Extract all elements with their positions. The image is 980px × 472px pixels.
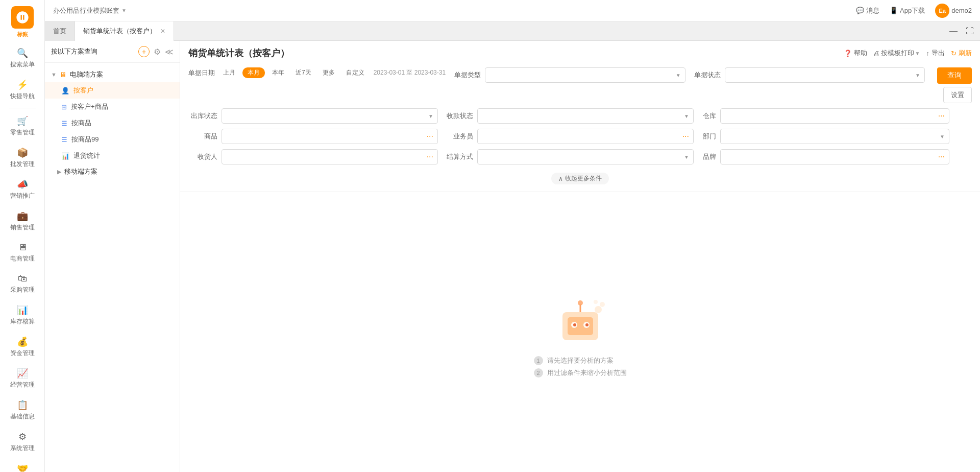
scheme-item-by-goods[interactable]: ☰ 按商品 xyxy=(45,115,180,131)
svg-point-9 xyxy=(600,302,605,307)
operation-icon: 📈 xyxy=(17,368,28,379)
staff-select[interactable]: ··· xyxy=(477,129,694,144)
print-icon: 🖨 xyxy=(873,50,880,57)
refresh-btn[interactable]: ↻ 刷新 xyxy=(951,49,972,58)
help-btn[interactable]: ❓ 帮助 xyxy=(844,49,867,58)
scheme-actions: + ⚙ ≪ xyxy=(138,46,174,57)
user-profile[interactable]: Ea demo2 xyxy=(935,4,972,18)
brand-select[interactable]: ··· xyxy=(720,149,949,164)
scheme-item-by-customer[interactable]: 👤 按客户 xyxy=(45,82,180,99)
collapse-bar: ∧ 收起更多条件 xyxy=(188,170,972,187)
message-action[interactable]: 💬 消息 xyxy=(856,6,879,15)
sidebar-item-marketing[interactable]: 📣 营销推广 xyxy=(0,174,44,205)
sidebar: 标账 🔍 搜索菜单 ⚡ 快捷导航 🛒 零售管理 📦 批发管理 📣 营销推广 💼 … xyxy=(0,0,45,472)
brand-label: 品牌 xyxy=(700,152,720,161)
marketing-icon: 📣 xyxy=(17,179,28,190)
collapse-btn[interactable]: ∧ 收起更多条件 xyxy=(551,173,609,184)
mobile-group-label: 移动端方案 xyxy=(64,167,97,176)
query-btn[interactable]: 查询 xyxy=(937,67,972,84)
date-last-month[interactable]: 上月 xyxy=(219,67,239,78)
sidebar-item-label: 库存核算 xyxy=(10,317,35,326)
tip-text-2: 用过滤条件来缩小分析范围 xyxy=(547,368,627,377)
scheme-item-return-stat[interactable]: 📊 退货统计 xyxy=(45,148,180,164)
sidebar-item-label: 电商管理 xyxy=(10,254,35,263)
date-more[interactable]: 更多 xyxy=(318,67,339,78)
settlement-arrow: ▼ xyxy=(684,154,689,160)
sidebar-item-operation[interactable]: 📈 经营管理 xyxy=(0,363,44,394)
export-label: 导出 xyxy=(932,49,945,58)
goods-select[interactable]: ··· xyxy=(222,129,438,144)
template-print-arrow: ▼ xyxy=(915,51,920,56)
svg-point-8 xyxy=(595,306,602,313)
sidebar-item-inventory[interactable]: 📊 库存核算 xyxy=(0,299,44,331)
logo-label: 标账 xyxy=(17,31,28,38)
scheme-item-label: 按客户+商品 xyxy=(71,102,108,111)
scheme-item-label: 按商品99 xyxy=(71,135,99,144)
tab-sales-stat[interactable]: 销货单统计表（按客户） ✕ xyxy=(75,21,174,41)
basic-icon: 📋 xyxy=(17,399,28,411)
sidebar-item-basic[interactable]: 📋 基础信息 xyxy=(0,394,44,426)
brand-dots[interactable]: ··· xyxy=(938,152,945,161)
header-right: 💬 消息 📱 App下载 Ea demo2 xyxy=(856,4,972,18)
scheme-group-desktop-header[interactable]: ▼ 🖥 电脑端方案 xyxy=(45,67,180,82)
tab-home[interactable]: 首页 xyxy=(45,21,75,41)
breadcrumb[interactable]: 办公用品行业模拟账套 ▼ xyxy=(53,6,127,15)
scheme-group-mobile-header[interactable]: ▶ 移动端方案 xyxy=(45,164,180,179)
sidebar-item-quicknav[interactable]: ⚡ 快捷导航 xyxy=(0,74,44,106)
date-7days[interactable]: 近7天 xyxy=(291,67,315,78)
tab-minimize-btn[interactable]: — xyxy=(947,25,960,38)
consignee-dots[interactable]: ··· xyxy=(427,152,433,161)
empty-tips: 1 请先选择要分析的方案 2 用过滤条件来缩小分析范围 xyxy=(534,356,627,377)
scheme-item-by-customer-goods[interactable]: ⊞ 按客户+商品 xyxy=(45,99,180,115)
tab-close-icon[interactable]: ✕ xyxy=(160,28,165,35)
export-btn[interactable]: ↑ 导出 xyxy=(926,49,945,58)
scheme-settings-icon[interactable]: ⚙ xyxy=(154,47,161,57)
warehouse-select[interactable]: ··· xyxy=(720,108,949,124)
consignee-select[interactable]: ··· xyxy=(222,149,438,164)
sidebar-item-finance[interactable]: 💰 资金管理 xyxy=(0,331,44,363)
scheme-item-by-goods-99[interactable]: ☰ 按商品99 xyxy=(45,131,180,148)
app-title: 办公用品行业模拟账套 xyxy=(53,6,119,15)
date-custom[interactable]: 自定义 xyxy=(342,67,369,78)
sidebar-item-retail[interactable]: 🛒 零售管理 xyxy=(0,110,44,142)
scheme-add-btn[interactable]: + xyxy=(138,46,150,57)
sidebar-item-enterprise[interactable]: 🤝 企业协同 xyxy=(0,458,44,472)
warehouse-dots[interactable]: ··· xyxy=(938,111,945,121)
app-download-action[interactable]: 📱 App下载 xyxy=(890,6,925,15)
refresh-label: 刷新 xyxy=(959,49,972,58)
order-type-arrow: ▼ xyxy=(676,73,681,78)
top-header: 办公用品行业模拟账套 ▼ 💬 消息 📱 App下载 Ea demo2 xyxy=(45,0,980,21)
order-status-select[interactable]: ▼ xyxy=(725,67,925,83)
empty-image xyxy=(550,287,611,348)
staff-dots[interactable]: ··· xyxy=(682,132,689,141)
folder-icon: 🖥 xyxy=(60,70,67,79)
finance-icon: 💰 xyxy=(17,336,28,347)
date-this-year[interactable]: 本年 xyxy=(268,67,288,78)
goods-label: 商品 xyxy=(188,132,222,141)
svg-point-7 xyxy=(578,300,583,305)
settings-btn[interactable]: 设置 xyxy=(943,87,972,103)
date-range: 2023-03-01 至 2023-03-31 xyxy=(374,68,446,77)
date-this-month[interactable]: 本月 xyxy=(242,67,265,78)
scheme-collapse-icon[interactable]: ≪ xyxy=(165,47,174,57)
receipt-status-select[interactable]: ▼ xyxy=(477,108,694,124)
sidebar-item-ecommerce[interactable]: 🖥 电商管理 xyxy=(0,237,44,268)
user-name: demo2 xyxy=(951,7,972,14)
tip-num-2: 2 xyxy=(534,368,543,377)
template-print-btn[interactable]: 🖨 按模板打印 ▼ xyxy=(873,49,920,58)
sidebar-item-label: 搜索菜单 xyxy=(10,60,35,69)
tab-maximize-btn[interactable]: ⛶ xyxy=(964,25,976,38)
divider xyxy=(9,108,35,108)
goods-dots[interactable]: ··· xyxy=(427,132,433,141)
settlement-select[interactable]: ▼ xyxy=(477,149,694,164)
sidebar-item-label: 零售管理 xyxy=(10,128,35,137)
logo-icon[interactable] xyxy=(11,6,34,29)
out-status-select[interactable]: ▼ xyxy=(222,108,438,124)
sidebar-item-purchase[interactable]: 🛍 采购管理 xyxy=(0,268,44,299)
dept-select[interactable]: ▼ xyxy=(720,129,949,144)
sidebar-item-sales[interactable]: 💼 销售管理 xyxy=(0,205,44,237)
sidebar-item-wholesale[interactable]: 📦 批发管理 xyxy=(0,142,44,174)
sidebar-item-system[interactable]: ⚙ 系统管理 xyxy=(0,426,44,458)
order-type-select[interactable]: ▼ xyxy=(485,67,685,83)
sidebar-item-search[interactable]: 🔍 搜索菜单 xyxy=(0,42,44,74)
